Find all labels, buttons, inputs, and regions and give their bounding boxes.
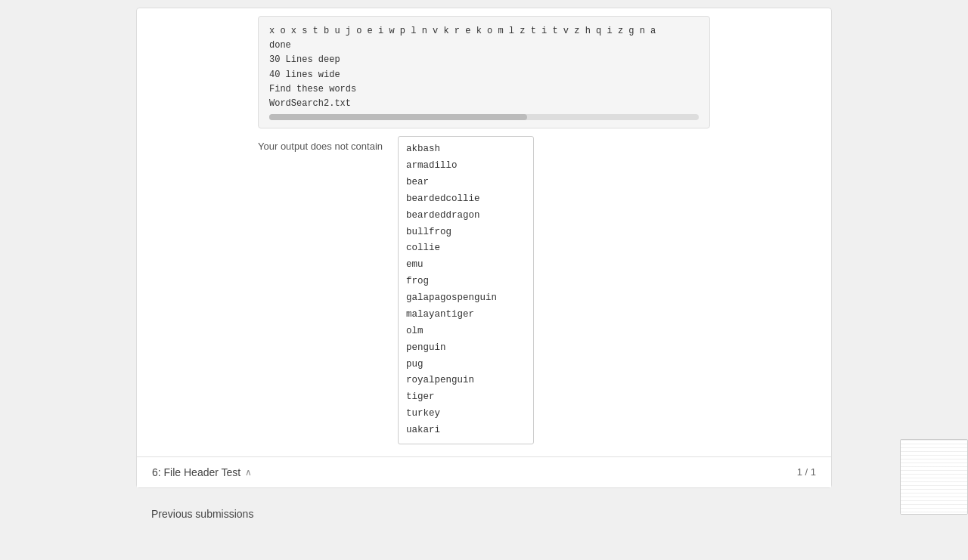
code-scrollbar[interactable]	[269, 114, 699, 120]
word-item-pug: pug	[406, 357, 526, 373]
code-line-2: done	[269, 39, 699, 53]
word-item-beardeddragon: beardeddragon	[406, 208, 526, 224]
word-list-box: akbash armadillo bear beardedcollie bear…	[398, 136, 534, 444]
word-item-bear: bear	[406, 175, 526, 191]
word-item-armadillo: armadillo	[406, 158, 526, 175]
word-item-bullfrog: bullfrog	[406, 224, 526, 241]
code-block: x o x s t b u j o e i w p l n v k r e k …	[258, 16, 710, 128]
chevron-up-icon: ∧	[245, 467, 252, 478]
page-count: 1 / 1	[797, 466, 816, 478]
code-line-6: WordSearch2.txt	[269, 97, 699, 111]
word-item-galapagospenguin: galapagospenguin	[406, 290, 526, 307]
word-item-frog: frog	[406, 274, 526, 290]
word-item-tiger: tiger	[406, 389, 526, 406]
minimap-content	[901, 440, 967, 514]
word-item-turkey: turkey	[406, 406, 526, 422]
word-item-olm: olm	[406, 323, 526, 340]
word-item-beardedcollie: beardedcollie	[406, 191, 526, 208]
word-item-malayantiger: malayantiger	[406, 307, 526, 323]
word-item-uakari: uakari	[406, 422, 526, 439]
output-section: Your output does not contain akbash arma…	[258, 136, 710, 444]
section-title[interactable]: 6: File Header Test ∧	[152, 466, 252, 478]
output-label: Your output does not contain	[258, 136, 383, 152]
code-line-3: 30 Lines deep	[269, 53, 699, 67]
code-line-1: x o x s t b u j o e i w p l n v k r e k …	[269, 24, 699, 39]
previous-submissions-section: Previous submissions	[136, 496, 832, 520]
word-item-penguin: penguin	[406, 340, 526, 357]
code-line-4: 40 lines wide	[269, 68, 699, 82]
main-card: x o x s t b u j o e i w p l n v k r e k …	[136, 8, 832, 488]
word-item-akbash: akbash	[406, 141, 526, 158]
word-item-royalpenguin: royalpenguin	[406, 373, 526, 389]
word-item-emu: emu	[406, 257, 526, 274]
code-scrollbar-thumb	[269, 114, 527, 120]
previous-submissions-title: Previous submissions	[151, 508, 817, 520]
code-line-5: Find these words	[269, 82, 699, 97]
minimap-thumbnail	[900, 439, 968, 515]
section-title-label: 6: File Header Test	[152, 466, 240, 478]
word-item-collie: collie	[406, 240, 526, 257]
section-footer: 6: File Header Test ∧ 1 / 1	[137, 456, 831, 487]
